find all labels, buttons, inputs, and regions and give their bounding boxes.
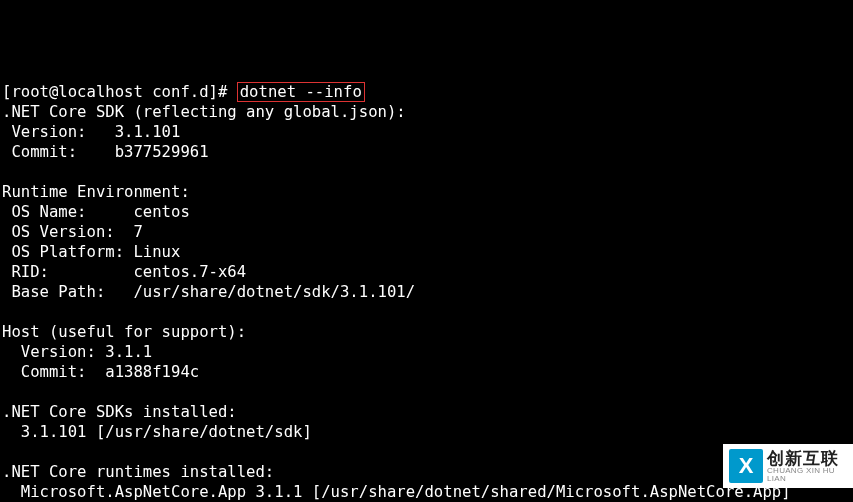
env-osname-value: centos <box>133 203 189 221</box>
env-osplat-value: Linux <box>133 243 180 261</box>
host-version-label: Version: <box>2 343 105 361</box>
sdk-commit-label: Commit: <box>2 143 115 161</box>
env-osver-value: 7 <box>133 223 142 241</box>
terminal-output[interactable]: [root@localhost conf.d]# dotnet --info .… <box>0 80 853 502</box>
command-highlight: dotnet --info <box>237 82 365 102</box>
watermark-logo-icon: X <box>729 449 763 483</box>
env-osver-label: OS Version: <box>2 223 133 241</box>
env-base-label: Base Path: <box>2 283 133 301</box>
sdk-version-label: Version: <box>2 123 115 141</box>
env-base-value: /usr/share/dotnet/sdk/3.1.101/ <box>133 283 415 301</box>
host-commit-label: Commit: <box>2 363 105 381</box>
runtimes-header: .NET Core runtimes installed: <box>2 463 274 481</box>
sdk-version-value: 3.1.101 <box>115 123 181 141</box>
sdks-line-1: 3.1.101 [/usr/share/dotnet/sdk] <box>2 423 312 441</box>
host-header: Host (useful for support): <box>2 323 246 341</box>
sdks-header: .NET Core SDKs installed: <box>2 403 237 421</box>
watermark-text-en: CHUANG XIN HU LIAN <box>767 467 853 483</box>
env-rid-value: centos.7-x64 <box>133 263 246 281</box>
env-rid-label: RID: <box>2 263 133 281</box>
host-version-value: 3.1.1 <box>105 343 152 361</box>
env-osplat-label: OS Platform: <box>2 243 133 261</box>
watermark-badge: X 创新互联 CHUANG XIN HU LIAN <box>723 444 853 488</box>
shell-prompt: [root@localhost conf.d]# <box>2 83 237 101</box>
sdk-commit-value: b377529961 <box>115 143 209 161</box>
host-commit-value: a1388f194c <box>105 363 199 381</box>
watermark-text-cn: 创新互联 <box>767 450 853 467</box>
env-osname-label: OS Name: <box>2 203 133 221</box>
env-header: Runtime Environment: <box>2 183 190 201</box>
sdk-header: .NET Core SDK (reflecting any global.jso… <box>2 103 406 121</box>
runtimes-line-1: Microsoft.AspNetCore.App 3.1.1 [/usr/sha… <box>2 483 791 501</box>
